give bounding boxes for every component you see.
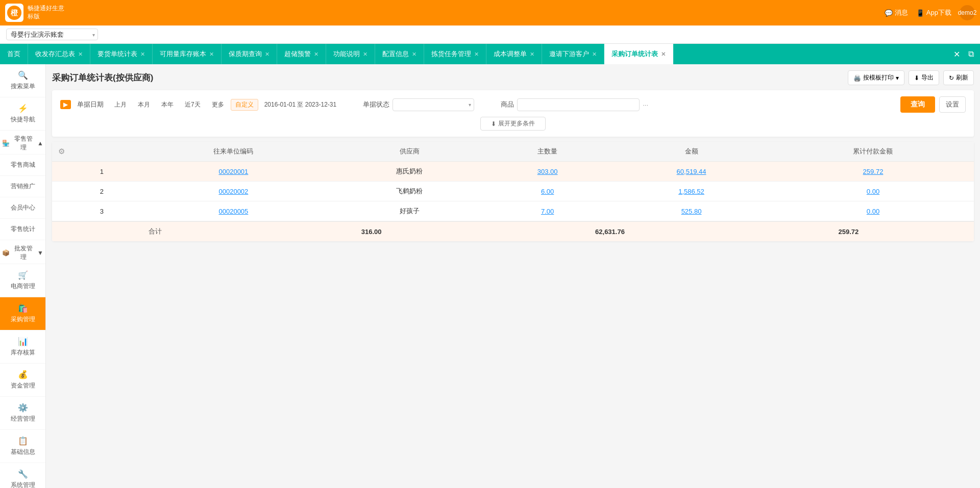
sidebar-item-sys-mgmt[interactable]: 🔧 系统管理 <box>0 463 45 488</box>
close-tab-available-stock[interactable]: ✕ <box>209 51 214 58</box>
chip-this-month[interactable]: 本月 <box>133 99 155 111</box>
close-tab-invite-downstream[interactable]: ✕ <box>592 51 597 58</box>
table-footer: 合计 316.00 62,631.76 259.72 <box>52 221 974 241</box>
sidebar-item-ecommerce[interactable]: 🛒 电商管理 <box>0 264 45 297</box>
chevron-down-icon: ▾ <box>896 74 899 82</box>
row2-paid-link[interactable]: 0.00 <box>867 188 879 195</box>
sidebar-item-retail[interactable]: 🏪 零售管理 ▲ <box>0 131 45 155</box>
brand-bar: 橙 畅捷通好生意 标版 💬 消息 📱 App下载 demo2 <box>0 0 980 25</box>
footer-amount: 62,631.76 <box>491 228 729 236</box>
page-title: 采购订单统计表(按供应商) <box>52 72 153 84</box>
tab-order-summary[interactable]: 要货单统计表 ✕ <box>90 44 153 64</box>
tab-function-desc[interactable]: 功能说明 ✕ <box>326 44 375 64</box>
row1-amount-link[interactable]: 60,519.44 <box>677 168 706 175</box>
footer-qty: 316.00 <box>252 228 491 236</box>
message-button[interactable]: 💬 消息 <box>885 8 908 17</box>
more-options-icon[interactable]: ··· <box>643 101 648 109</box>
sidebar-item-marketing[interactable]: 营销推广 <box>0 176 45 197</box>
tab-expiry-query[interactable]: 保质期查询 ✕ <box>222 44 277 64</box>
row3-unit-code-link[interactable]: 00020005 <box>218 208 248 215</box>
row3-seq: 3 <box>71 201 133 221</box>
chip-last-month[interactable]: 上月 <box>110 99 131 111</box>
content-area: 采购订单统计表(按供应商) 🖨️ 按模板打印 ▾ ⬇ 导出 ↻ 刷新 <box>46 64 980 488</box>
data-table-wrap: ⚙ 往来单位编码 供应商 主数量 金额 累计付款金额 1 <box>52 142 974 241</box>
close-tab-function-desc[interactable]: ✕ <box>363 51 368 58</box>
close-tab-receive-summary[interactable]: ✕ <box>78 51 83 58</box>
export-button[interactable]: ⬇ 导出 <box>909 70 939 85</box>
setting-button[interactable]: 设置 <box>939 96 966 113</box>
close-tab-config-info[interactable]: ✕ <box>412 51 416 58</box>
settings-col-header: ⚙ <box>52 142 71 162</box>
status-selector[interactable] <box>393 98 474 111</box>
close-tab-purchase-stat[interactable]: ✕ <box>661 51 666 58</box>
tab-receive-summary[interactable]: 收发存汇总表 ✕ <box>28 44 90 64</box>
tab-purchase-stat[interactable]: 采购订单统计表 ✕ <box>604 44 673 64</box>
print-button[interactable]: 🖨️ 按模板打印 ▾ <box>848 70 904 85</box>
sidebar-item-member[interactable]: 会员中心 <box>0 197 45 219</box>
table-row: 2 00020002 飞鹤奶粉 6.00 1,586.52 0.00 <box>52 182 974 201</box>
tab-picking-task[interactable]: 拣货任务管理 ✕ <box>424 44 486 64</box>
chip-last-7days[interactable]: 近7天 <box>180 99 205 111</box>
sidebar-item-purchase[interactable]: 🛍️ 采购管理 <box>0 297 45 330</box>
close-tab-cost-adjust[interactable]: ✕ <box>530 51 534 58</box>
query-button[interactable]: 查询 <box>900 96 935 113</box>
refresh-icon: ↻ <box>949 74 954 82</box>
close-tab-picking-task[interactable]: ✕ <box>474 51 479 58</box>
chip-this-year[interactable]: 本年 <box>157 99 178 111</box>
close-all-tabs-icon[interactable]: ✕ <box>951 47 962 61</box>
close-tab-excess-warning[interactable]: ✕ <box>314 51 318 58</box>
restore-window-icon[interactable]: ⧉ <box>966 47 976 61</box>
sidebar-item-finance[interactable]: 💰 资金管理 <box>0 364 45 397</box>
sys-icon: 🔧 <box>18 469 28 479</box>
column-settings-icon[interactable]: ⚙ <box>58 147 65 156</box>
sidebar-item-operation[interactable]: ⚙️ 经营管理 <box>0 397 45 430</box>
app-download-button[interactable]: 📱 App下载 <box>916 8 951 17</box>
chevron-down-icon: ▼ <box>37 249 43 256</box>
row1-paid-link[interactable]: 259.72 <box>863 168 884 175</box>
close-tab-expiry-query[interactable]: ✕ <box>265 51 270 58</box>
avatar[interactable]: demo2 <box>960 5 975 20</box>
shortcut-icon: ⚡ <box>18 104 28 113</box>
chip-more[interactable]: 更多 <box>207 99 229 111</box>
tab-cost-adjust[interactable]: 成本调整单 ✕ <box>486 44 542 64</box>
footer-label: 合计 <box>58 227 252 236</box>
row2-unit-code: 00020002 <box>133 182 334 201</box>
sidebar-item-retail-shop[interactable]: 零售商城 <box>0 155 45 176</box>
row2-amount-link[interactable]: 1,586.52 <box>678 188 704 195</box>
tab-excess-warning[interactable]: 超储预警 ✕ <box>277 44 326 64</box>
expand-more: ⬇ 展开更多条件 <box>60 117 966 131</box>
org-selector[interactable]: 母婴行业演示账套 <box>6 29 98 40</box>
tab-available-stock[interactable]: 可用量库存账本 ✕ <box>153 44 222 64</box>
tab-config-info[interactable]: 配置信息 ✕ <box>375 44 424 64</box>
filter-toggle-arrow[interactable]: ▶ <box>60 100 71 109</box>
sidebar-item-search[interactable]: 🔍 搜索菜单 <box>0 64 45 97</box>
qty-col-header: 主数量 <box>484 142 610 162</box>
sidebar-item-wholesale[interactable]: 📦 批发管理 ▼ <box>0 240 45 264</box>
refresh-button[interactable]: ↻ 刷新 <box>943 70 974 85</box>
close-tab-order-summary[interactable]: ✕ <box>140 51 145 58</box>
goods-input[interactable] <box>517 98 640 111</box>
row2-paid: 0.00 <box>772 182 974 201</box>
goods-filter: 商品 ··· <box>501 98 648 111</box>
row3-qty: 7.00 <box>484 201 610 221</box>
row1-unit-code-link[interactable]: 00020001 <box>218 168 248 175</box>
row2-qty-link[interactable]: 6.00 <box>541 188 554 195</box>
sidebar-item-basic-info[interactable]: 📋 基础信息 <box>0 430 45 463</box>
sidebar-item-shortcut[interactable]: ⚡ 快捷导航 <box>0 97 45 131</box>
expand-icon: ⬇ <box>491 120 496 127</box>
row3-qty-link[interactable]: 7.00 <box>541 208 554 215</box>
chip-custom[interactable]: 自定义 <box>231 99 258 111</box>
sidebar-item-retail-stat[interactable]: 零售统计 <box>0 219 45 240</box>
row1-qty-link[interactable]: 303.00 <box>537 168 558 175</box>
row3-settings <box>52 201 71 221</box>
data-table: ⚙ 往来单位编码 供应商 主数量 金额 累计付款金额 1 <box>52 142 974 221</box>
row3-amount-link[interactable]: 525.80 <box>681 208 702 215</box>
ecommerce-icon: 🛒 <box>18 270 28 280</box>
row2-unit-code-link[interactable]: 00020002 <box>218 188 248 195</box>
date-chips: 上月 本月 本年 近7天 更多 自定义 <box>110 99 258 111</box>
expand-more-button[interactable]: ⬇ 展开更多条件 <box>480 117 546 131</box>
row3-paid-link[interactable]: 0.00 <box>867 208 879 215</box>
sidebar-item-inventory[interactable]: 📊 库存核算 <box>0 330 45 364</box>
tab-home[interactable]: 首页 <box>0 44 28 64</box>
tab-invite-downstream[interactable]: 邀请下游客户 ✕ <box>542 44 604 64</box>
